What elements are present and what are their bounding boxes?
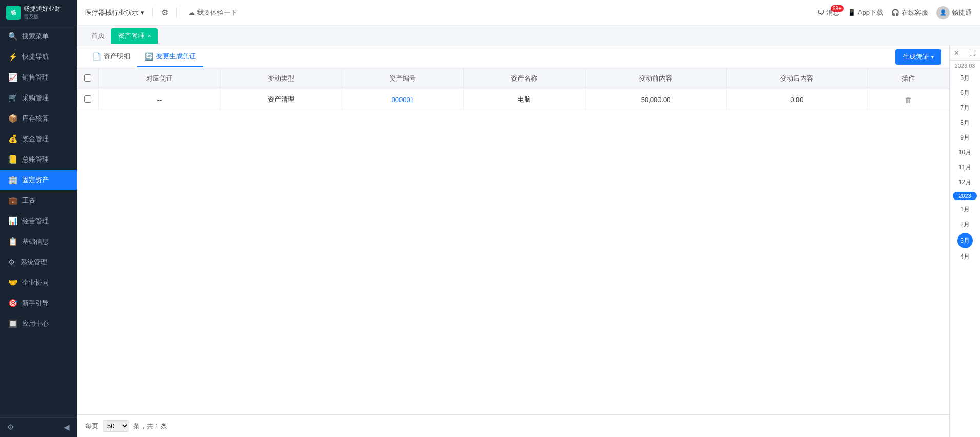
topbar: 医疗器械行业演示 ▾ ⚙ ☁ 我要体验一下 🗨 消息 99+ 📱 App下载 🎧… <box>77 0 980 26</box>
sidebar-item-app-center[interactable]: 🔲应用中心 <box>0 313 77 334</box>
message-btn[interactable]: 🗨 消息 99+ <box>817 8 839 17</box>
tab-home[interactable]: 首页 <box>85 27 111 45</box>
date-panel-close-icon[interactable]: ✕ <box>954 49 959 57</box>
sidebar-item-salary[interactable]: 💼工资 <box>0 190 77 211</box>
sub-tab-asset-list-label: 资产明细 <box>104 52 130 61</box>
message-badge: 99+ <box>831 5 844 12</box>
th-asset-code: 资产编号 <box>342 68 464 89</box>
main-panel: 📄 资产明细 🔄 变更生成凭证 生成凭证 ▾ <box>77 46 949 437</box>
per-page-select[interactable]: 50 10 20 100 <box>103 420 129 432</box>
sidebar-label-inventory: 库存核算 <box>22 114 49 123</box>
sidebar-item-fund[interactable]: 💰资金管理 <box>0 129 77 149</box>
date-month-curr-4月[interactable]: 4月 <box>950 249 980 264</box>
th-checkbox <box>77 68 99 89</box>
change-icon: 🔄 <box>145 52 153 61</box>
topbar-divider-1 <box>152 8 153 18</box>
sidebar-icon-fund: 💰 <box>8 134 18 144</box>
main-area: 医疗器械行业演示 ▾ ⚙ ☁ 我要体验一下 🗨 消息 99+ 📱 App下载 🎧… <box>77 0 980 437</box>
user-menu[interactable]: 👤 畅捷通 <box>936 6 972 19</box>
th-voucher: 对应凭证 <box>99 68 221 89</box>
sidebar-icon-system: ⚙ <box>8 257 16 267</box>
phone-icon: 📱 <box>848 9 856 16</box>
date-month-prev-11月[interactable]: 11月 <box>950 160 980 175</box>
sidebar-item-sales[interactable]: 📈销售管理 <box>0 67 77 88</box>
sidebar-item-operation[interactable]: 📊经营管理 <box>0 211 77 231</box>
sidebar-item-inventory[interactable]: 📦库存核算 <box>0 108 77 129</box>
topbar-right: 🗨 消息 99+ 📱 App下载 🎧 在线客服 👤 畅捷通 <box>817 6 972 19</box>
date-month-prev-6月[interactable]: 6月 <box>950 86 980 101</box>
row-checkbox-0[interactable] <box>84 95 91 103</box>
sidebar-label-system: 系统管理 <box>21 257 47 267</box>
sidebar-label-ledger: 总账管理 <box>22 155 49 164</box>
app-logo-icon: 畅 <box>6 6 21 20</box>
topbar-divider-2 <box>176 8 177 18</box>
date-month-prev-5月[interactable]: 5月 <box>950 71 980 86</box>
avatar: 👤 <box>936 6 950 19</box>
sidebar-item-enterprise[interactable]: 🤝企业协同 <box>0 272 77 293</box>
date-month-curr-3月[interactable]: 3月 <box>957 233 973 248</box>
sidebar-item-ledger[interactable]: 📒总账管理 <box>0 149 77 170</box>
curr-months: 1月2月3月4月 <box>950 202 980 264</box>
date-month-curr-2月[interactable]: 2月 <box>950 217 980 232</box>
row-asset-name: 电脑 <box>464 89 585 110</box>
per-page-label: 每页 <box>85 422 98 431</box>
settings-bottom-icon[interactable]: ⚙ <box>7 423 14 432</box>
sidebar-label-sales: 销售管理 <box>22 73 49 82</box>
collapse-icon[interactable]: ◀ <box>64 423 70 432</box>
sub-tab-change-voucher-label: 变更生成凭证 <box>156 52 196 61</box>
date-month-prev-10月[interactable]: 10月 <box>950 145 980 160</box>
sub-tab-actions: 生成凭证 ▾ <box>895 46 941 68</box>
sidebar-icon-basic-info: 📋 <box>8 237 18 246</box>
tab-label: 资产管理 <box>118 31 145 41</box>
delete-btn-0[interactable]: 🗑 <box>905 95 912 104</box>
sidebar-bottom: ⚙ ◀ <box>0 417 77 437</box>
list-icon: 📄 <box>92 52 101 61</box>
sub-tab-change-voucher[interactable]: 🔄 变更生成凭证 <box>137 47 203 67</box>
select-all-checkbox[interactable] <box>84 74 91 82</box>
sidebar-icon-salary: 💼 <box>8 196 18 205</box>
sidebar-item-basic-info[interactable]: 📋基础信息 <box>0 231 77 252</box>
sidebar-item-guide[interactable]: 🎯新手引导 <box>0 293 77 313</box>
app-download-btn[interactable]: 📱 App下载 <box>848 8 883 17</box>
sidebar-label-guide: 新手引导 <box>22 299 49 308</box>
table-wrap: 对应凭证 变动类型 资产编号 资产名称 变动前内容 变动后内容 操作 -- 资产… <box>77 68 949 414</box>
sidebar-item-purchase[interactable]: 🛒采购管理 <box>0 88 77 108</box>
date-panel: ✕ ⛶ 2023.03 5月6月7月8月9月10月11月12月 2023 1月2… <box>949 46 980 437</box>
sidebar-item-search[interactable]: 🔍搜索菜单 <box>0 26 77 47</box>
topbar-settings-icon[interactable]: ⚙ <box>161 8 168 17</box>
date-month-prev-8月[interactable]: 8月 <box>950 115 980 130</box>
table-row: -- 资产清理 000001 电脑 50,000.00 0.00 🗑 <box>77 89 949 110</box>
tab-asset-management[interactable]: 资产管理 × <box>111 28 158 44</box>
date-month-prev-9月[interactable]: 9月 <box>950 130 980 145</box>
tab-close-icon[interactable]: × <box>148 33 151 39</box>
prev-months: 5月6月7月8月9月10月11月12月 <box>950 71 980 190</box>
company-selector[interactable]: 医疗器械行业演示 ▾ <box>85 8 144 17</box>
date-panel-prev-year: 2023.03 <box>950 61 980 71</box>
sidebar-icon-operation: 📊 <box>8 216 18 226</box>
support-btn[interactable]: 🎧 在线客服 <box>891 8 928 17</box>
username: 畅捷通 <box>952 8 972 17</box>
sub-tab-asset-list[interactable]: 📄 资产明细 <box>85 47 137 67</box>
date-month-prev-12月[interactable]: 12月 <box>950 175 980 190</box>
sidebar-item-system[interactable]: ⚙系统管理 <box>0 252 77 272</box>
sidebar-label-salary: 工资 <box>22 196 35 205</box>
row-after: 0.00 <box>726 89 867 110</box>
sidebar-icon-fixed-assets: 🏢 <box>8 175 18 185</box>
total-label: 条，共 1 条 <box>133 422 167 431</box>
date-month-curr-1月[interactable]: 1月 <box>950 202 980 217</box>
sidebar-item-fixed-assets[interactable]: 🏢固定资产 <box>0 170 77 190</box>
sidebar-item-quick-nav[interactable]: ⚡快捷导航 <box>0 47 77 67</box>
cloud-icon: ☁ <box>188 9 195 16</box>
date-panel-expand-icon[interactable]: ⛶ <box>969 49 976 57</box>
sidebar-icon-inventory: 📦 <box>8 114 18 123</box>
feedback-btn[interactable]: ☁ 我要体验一下 <box>188 8 237 17</box>
row-action: 🗑 <box>867 89 949 110</box>
date-month-prev-7月[interactable]: 7月 <box>950 101 980 115</box>
content-area: 📄 资产明细 🔄 变更生成凭证 生成凭证 ▾ <box>77 46 980 437</box>
tabbar: 首页 资产管理 × <box>77 26 980 46</box>
sidebar-logo: 畅 畅捷通好业财 普及版 <box>0 0 77 26</box>
sidebar-icon-purchase: 🛒 <box>8 93 18 103</box>
sidebar-icon-app-center: 🔲 <box>8 319 18 328</box>
row-asset-code: 000001 <box>342 89 464 110</box>
generate-voucher-btn[interactable]: 生成凭证 ▾ <box>895 49 941 65</box>
